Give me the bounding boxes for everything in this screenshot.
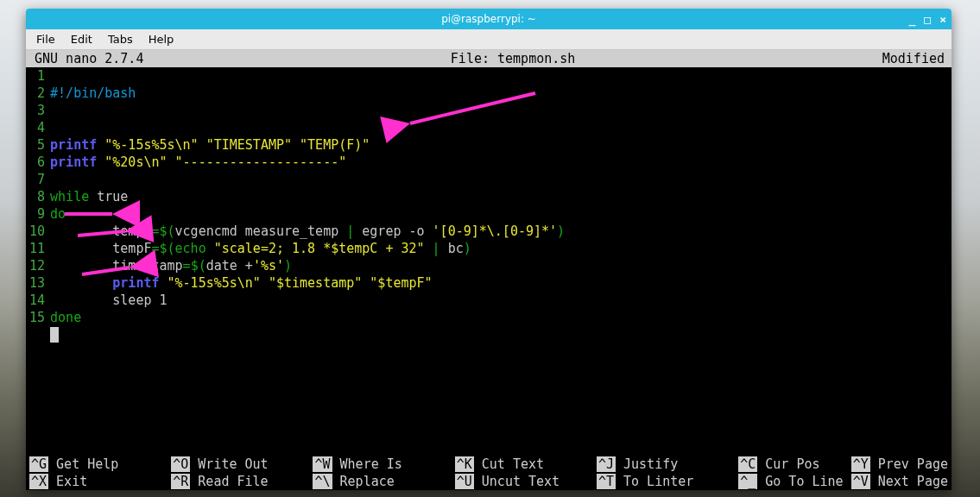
line-number-gutter: 1 2 3 4 5 6 7 8 9 10 11 12 13 14 15 <box>26 67 50 456</box>
code-line-11-c: date + <box>206 258 253 274</box>
code-line-7-while: while <box>50 189 89 204</box>
code-line-9-d: egrep -o <box>354 223 432 239</box>
nano-filename: File: tempmon.sh <box>143 51 882 66</box>
code-line-4-str: "%-15s%5s\n" "TIMESTAMP" "TEMP(F)" <box>97 137 370 153</box>
code-line-8-do: do <box>50 206 66 222</box>
minimize-icon[interactable]: _ <box>909 13 916 26</box>
code-line-12-str: "%-15s%5s\n" "$timestamp" "$tempF" <box>160 275 433 291</box>
nano-appname: GNU nano 2.7.4 <box>26 51 143 66</box>
shortcut-replace[interactable]: ^\ Replace <box>313 473 454 490</box>
code-line-4-kw: printf <box>50 137 97 153</box>
code-line-9-str: '[0-9]*\.[0-9]*' <box>433 223 558 239</box>
nano-shortcut-bar: ^G Get Help ^O Write Out ^W Where Is ^K … <box>26 456 952 490</box>
code-line-1: #!/bin/bash <box>50 85 136 101</box>
shortcut-get-help[interactable]: ^G Get Help <box>29 456 171 473</box>
terminal-window: pi@raspberrypi: ~ _ □ × File Edit Tabs H… <box>26 9 952 490</box>
shortcut-goto[interactable]: ^_ Go To Line ^V Next Page <box>738 473 948 490</box>
code-line-11-str: '%s' <box>253 258 284 274</box>
editor-area[interactable]: 1 2 3 4 5 6 7 8 9 10 11 12 13 14 15 #!/b… <box>26 67 952 456</box>
menu-tabs[interactable]: Tabs <box>101 31 140 47</box>
code-line-10-e: ) <box>464 241 471 256</box>
code-line-13: sleep 1 <box>50 293 167 308</box>
code-line-11-b: $( <box>191 258 206 274</box>
menubar: File Edit Tabs Help <box>26 29 952 50</box>
window-title: pi@raspberrypi: ~ <box>441 13 536 25</box>
code-line-14: done <box>50 310 81 325</box>
shortcut-cur-pos[interactable]: ^C Cur Pos ^Y Prev Page <box>738 456 948 473</box>
close-icon[interactable]: × <box>939 13 946 26</box>
menu-file[interactable]: File <box>29 31 62 47</box>
shortcut-exit[interactable]: ^X Exit <box>29 473 171 490</box>
code-line-10-b: $( <box>160 241 175 256</box>
menu-help[interactable]: Help <box>142 31 181 47</box>
code-line-9-eq: = <box>151 223 159 239</box>
menu-edit[interactable]: Edit <box>64 31 99 47</box>
code-line-9-a: tempC <box>50 223 151 239</box>
maximize-icon[interactable]: □ <box>924 13 931 26</box>
shortcut-write-out[interactable]: ^O Write Out <box>171 456 313 473</box>
code-line-11-eq: = <box>183 258 191 274</box>
shortcut-cut-text[interactable]: ^K Cut Text <box>455 456 597 473</box>
code-line-5-str: "%20s\n" "--------------------" <box>97 154 346 170</box>
code-line-9-e: ) <box>557 223 565 239</box>
code-line-10-eq: = <box>151 241 159 256</box>
code-line-5-kw: printf <box>50 154 97 170</box>
code-line-12-pad <box>50 275 112 291</box>
code-line-9-pipe: | <box>346 223 354 239</box>
code-line-11-a: timestamp <box>50 258 183 274</box>
code-line-10-a: tempF <box>50 241 151 256</box>
shortcut-where-is[interactable]: ^W Where Is <box>313 456 454 473</box>
window-titlebar[interactable]: pi@raspberrypi: ~ _ □ × <box>26 9 952 29</box>
code-line-7-true: true <box>89 189 128 204</box>
shortcut-uncut[interactable]: ^U Uncut Text <box>455 473 597 490</box>
code-line-10-str: "scale=2; 1.8 *$tempC + 32" <box>206 241 425 256</box>
shortcut-justify[interactable]: ^J Justify <box>597 456 738 473</box>
window-controls: _ □ × <box>909 9 946 29</box>
code-line-10-pipe: | <box>425 241 448 256</box>
code-line-9-b: $( <box>160 223 175 239</box>
text-cursor <box>50 327 59 343</box>
code-line-11-e: ) <box>284 258 292 274</box>
shortcut-read-file[interactable]: ^R Read File <box>171 473 313 490</box>
nano-status: Modified <box>882 51 952 66</box>
code-line-10-echo: echo <box>175 241 206 256</box>
code-line-10-c: bc <box>448 241 464 256</box>
code-content[interactable]: #!/bin/bash printf "%-15s%5s\n" "TIMESTA… <box>50 67 572 456</box>
code-line-9-c: vcgencmd measure_temp <box>175 223 347 239</box>
nano-statusbar: GNU nano 2.7.4 File: tempmon.sh Modified <box>26 50 952 67</box>
shortcut-linter[interactable]: ^T To Linter <box>597 473 738 490</box>
code-line-12-kw: printf <box>112 275 159 291</box>
